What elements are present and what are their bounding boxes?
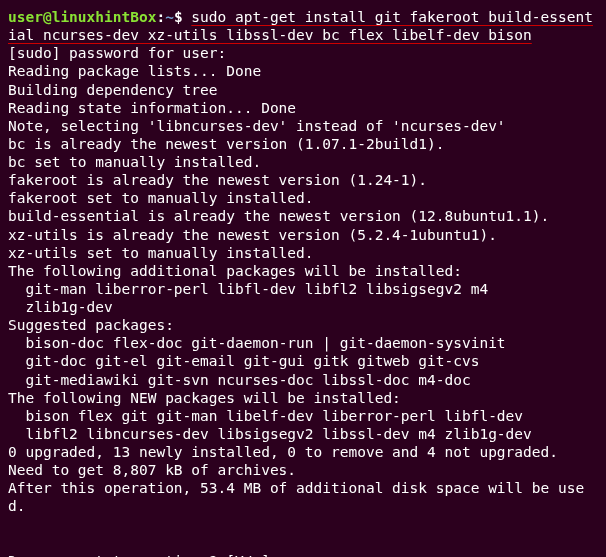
prompt-user: user@linuxhintBox — [8, 9, 156, 25]
output-line: The following additional packages will b… — [8, 263, 462, 279]
output-line: zlib1g-dev — [8, 299, 113, 315]
output-line: The following NEW packages will be insta… — [8, 390, 401, 406]
output-line: fakeroot set to manually installed. — [8, 190, 314, 206]
output-line: bc set to manually installed. — [8, 154, 261, 170]
output-line: git-mediawiki git-svn ncurses-doc libssl… — [8, 372, 471, 388]
output-line: xz-utils is already the newest version (… — [8, 227, 497, 243]
output-line: git-doc git-el git-email git-gui gitk gi… — [8, 353, 479, 369]
prompt-input[interactable]: Do you want to continue? [Y/n] y — [8, 553, 287, 557]
output-line: bc is already the newest version (1.07.1… — [8, 136, 445, 152]
output-line: [sudo] password for user: — [8, 45, 226, 61]
prompt-dollar: $ — [174, 9, 191, 25]
output-line: Note, selecting 'libncurses-dev' instead… — [8, 118, 506, 134]
output-line: Need to get 8,807 kB of archives. — [8, 462, 296, 478]
output-line: bison flex git git-man libelf-dev liberr… — [8, 408, 523, 424]
output-line: fakeroot is already the newest version (… — [8, 172, 427, 188]
output-line: libfl2 libncurses-dev libsigsegv2 libssl… — [8, 426, 532, 442]
output-line: build-essential is already the newest ve… — [8, 208, 549, 224]
prompt-path: ~ — [165, 9, 174, 25]
output-line: Reading package lists... Done — [8, 63, 261, 79]
output-line: After this operation, 53.4 MB of additio… — [8, 480, 584, 514]
prompt-colon: : — [156, 9, 165, 25]
output-line: xz-utils set to manually installed. — [8, 245, 314, 261]
output-line: 0 upgraded, 13 newly installed, 0 to rem… — [8, 444, 558, 460]
output-line: Suggested packages: — [8, 317, 174, 333]
output-line: Reading state information... Done — [8, 100, 296, 116]
output-line: Building dependency tree — [8, 82, 218, 98]
output-line: bison-doc flex-doc git-daemon-run | git-… — [8, 335, 506, 351]
output-line: git-man liberror-perl libfl-dev libfl2 l… — [8, 281, 488, 297]
